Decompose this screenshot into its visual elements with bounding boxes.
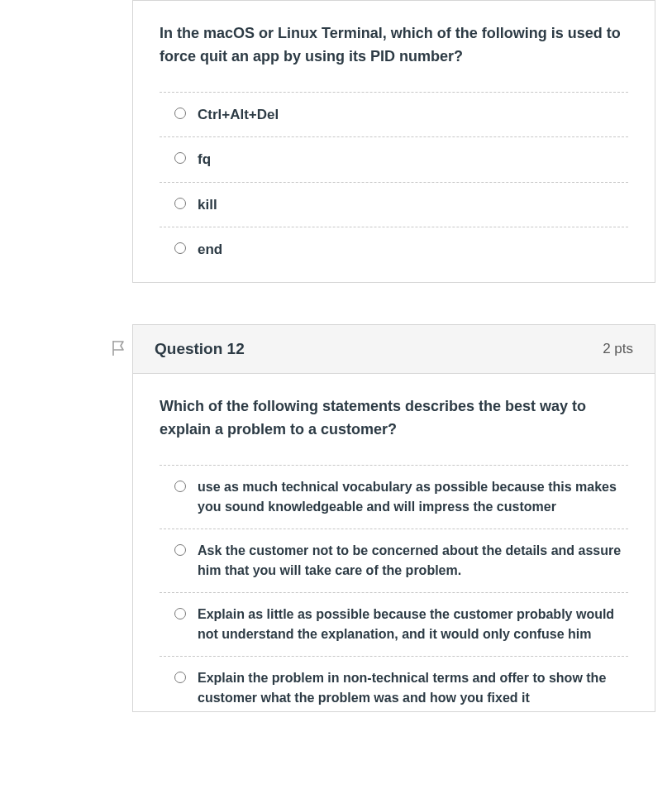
question-11-body: In the macOS or Linux Terminal, which of… <box>133 1 655 282</box>
option-row[interactable]: fq <box>160 137 628 183</box>
question-12-body: Which of the following statements descri… <box>133 374 655 711</box>
option-label: Ctrl+Alt+Del <box>198 104 279 126</box>
option-label: Ask the customer not to be concerned abo… <box>198 541 623 581</box>
option-row[interactable]: Explain the problem in non-technical ter… <box>160 657 628 711</box>
option-row[interactable]: Explain as little as possible because th… <box>160 593 628 657</box>
option-label: Explain the problem in non-technical ter… <box>198 668 623 708</box>
option-row[interactable]: Ctrl+Alt+Del <box>160 93 628 138</box>
radio-option-3[interactable] <box>174 608 186 619</box>
option-label: use as much technical vocabulary as poss… <box>198 477 623 517</box>
question-12-points: 2 pts <box>603 341 633 357</box>
question-12-title: Question 12 <box>155 340 245 358</box>
option-label: end <box>198 239 222 261</box>
option-row[interactable]: end <box>160 227 628 264</box>
question-12-wrapper: Question 12 2 pts Which of the following… <box>0 324 672 712</box>
question-11-options: Ctrl+Alt+Del fq kill end <box>160 92 628 264</box>
option-label: Explain as little as possible because th… <box>198 605 623 644</box>
question-11-text: In the macOS or Linux Terminal, which of… <box>160 22 628 69</box>
radio-option-2[interactable] <box>174 544 186 556</box>
flag-icon[interactable] <box>111 339 127 361</box>
question-12-header: Question 12 2 pts <box>133 325 655 374</box>
radio-option-4[interactable] <box>174 242 186 254</box>
radio-option-1[interactable] <box>174 108 186 119</box>
radio-option-4[interactable] <box>174 672 186 683</box>
question-12-text: Which of the following statements descri… <box>160 395 628 442</box>
option-label: fq <box>198 149 211 170</box>
option-row[interactable]: use as much technical vocabulary as poss… <box>160 466 628 529</box>
option-row[interactable]: kill <box>160 183 628 228</box>
radio-option-2[interactable] <box>174 152 186 164</box>
option-row[interactable]: Ask the customer not to be concerned abo… <box>160 529 628 593</box>
question-12-card: Question 12 2 pts Which of the following… <box>132 324 655 712</box>
option-label: kill <box>198 194 217 216</box>
radio-option-1[interactable] <box>174 481 186 492</box>
radio-option-3[interactable] <box>174 198 186 209</box>
question-12-options: use as much technical vocabulary as poss… <box>160 465 628 711</box>
question-11-card: In the macOS or Linux Terminal, which of… <box>132 0 655 283</box>
